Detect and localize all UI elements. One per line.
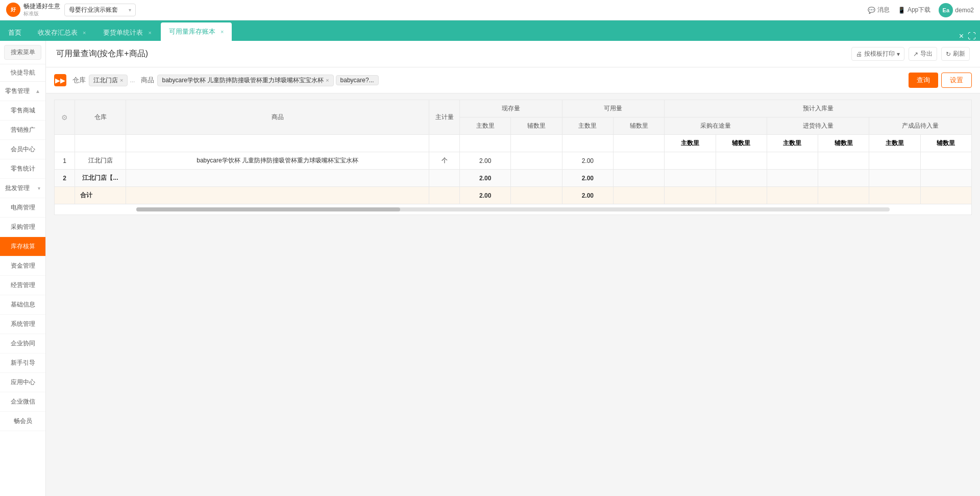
sidebar-item-enterprise-wechat[interactable]: 企业微信 bbox=[0, 392, 45, 412]
search-menu-button[interactable]: 搜索菜单 bbox=[4, 45, 41, 60]
row-stock-main: 2.00 bbox=[460, 152, 511, 170]
user-name: demo2 bbox=[955, 7, 974, 14]
sidebar-item-new-guide[interactable]: 新手引导 bbox=[0, 353, 45, 373]
tab-label: 收发存汇总表 bbox=[38, 28, 78, 37]
sidebar-search-area: 搜索菜单 bbox=[0, 41, 45, 64]
scroll-track[interactable] bbox=[136, 207, 890, 211]
chevron-down-icon: ▾ bbox=[129, 7, 131, 13]
sidebar-item-sys-mgmt[interactable]: 系统管理 bbox=[0, 315, 45, 334]
row-finished-aux bbox=[920, 152, 971, 170]
logo-text: 畅捷通好生意 bbox=[23, 3, 60, 10]
sidebar-item-basic-info[interactable]: 基础信息 bbox=[0, 295, 45, 315]
sidebar-item-retail-stats[interactable]: 零售统计 bbox=[0, 159, 45, 179]
message-icon: 💬 bbox=[868, 7, 875, 14]
sidebar-item-label: 系统管理 bbox=[11, 320, 35, 328]
maximize-button[interactable]: ⛶ bbox=[968, 32, 976, 41]
table-row: 1 江北门店 babycare学饮杯 儿童防摔防撞吸管杯重力球吸嘴杯宝宝水杯 个… bbox=[55, 152, 972, 170]
row-pur-main bbox=[665, 152, 716, 170]
sidebar-item-label: 基础信息 bbox=[11, 300, 35, 309]
sidebar-item-enterprise-collab[interactable]: 企业协同 bbox=[0, 334, 45, 353]
tab-close-icon[interactable]: × bbox=[83, 30, 86, 36]
row-finished-aux bbox=[920, 170, 971, 187]
print-template-button[interactable]: 🖨 按模板打印 ▾ bbox=[851, 47, 904, 61]
page-title: 可用量查询(按仓库+商品) bbox=[56, 49, 148, 59]
tag-close-icon[interactable]: × bbox=[120, 77, 123, 83]
sidebar-item-inventory-check[interactable]: 库存核算 bbox=[0, 237, 45, 256]
sidebar-item-label: 经营管理 bbox=[11, 281, 35, 290]
settings-gear-icon[interactable]: ⚙ bbox=[61, 113, 68, 122]
summary-finished-main bbox=[869, 187, 920, 204]
tab-receive-send[interactable]: 收发存汇总表 × bbox=[30, 25, 94, 41]
query-button[interactable]: 查询 bbox=[909, 73, 938, 88]
sidebar-item-label: 电商管理 bbox=[11, 203, 35, 212]
sidebar-item-retail-mall[interactable]: 零售商城 bbox=[0, 101, 45, 121]
col-unit-sub bbox=[429, 135, 460, 152]
sidebar-item-app-center[interactable]: 应用中心 bbox=[0, 373, 45, 392]
sidebar-item-ecom-mgmt[interactable]: 电商管理 bbox=[0, 198, 45, 218]
logo-sub: 标准版 bbox=[23, 10, 60, 17]
sidebar-item-ops-mgmt[interactable]: 经营管理 bbox=[0, 276, 45, 295]
industry-selector[interactable]: 母婴行业演示账套 ▾ bbox=[64, 4, 136, 16]
sidebar-item-retail-mgmt[interactable]: 零售管理 ▲ bbox=[0, 82, 45, 101]
col-unit-header: 主计量 bbox=[429, 100, 460, 135]
sidebar-item-label: 企业协同 bbox=[11, 339, 35, 348]
row-inbound-main bbox=[767, 170, 818, 187]
col-stock-aux-sub bbox=[511, 135, 562, 152]
filter-toggle-button[interactable]: ▶▶ bbox=[54, 74, 66, 86]
tab-order-stats[interactable]: 要货单统计表 × bbox=[95, 25, 159, 41]
main-layout: 搜索菜单 快捷导航 零售管理 ▲ 零售商城 营销推广 会员中心 零售统计 批发管… bbox=[0, 41, 980, 496]
summary-unit bbox=[429, 187, 460, 204]
col-stock-aux-header: 辅数里 bbox=[511, 117, 562, 135]
tab-home[interactable]: 首页 bbox=[0, 25, 30, 41]
tab-close-icon[interactable]: × bbox=[220, 29, 224, 35]
tab-close-icon[interactable]: × bbox=[148, 30, 151, 36]
quick-nav-button[interactable]: 快捷导航 bbox=[0, 64, 45, 82]
tab-bar: 首页 收发存汇总表 × 要货单统计表 × 可用量库存账本 × × ⛶ bbox=[0, 20, 980, 41]
row-avail-aux bbox=[613, 170, 664, 187]
product-tag-babycare2: babycare?... bbox=[336, 75, 379, 85]
row-finished-main bbox=[869, 170, 920, 187]
tag-text: babycare?... bbox=[340, 77, 374, 84]
sidebar-item-label: 营销推广 bbox=[11, 126, 35, 134]
sidebar-item-vip-member[interactable]: 畅会员 bbox=[0, 412, 45, 431]
app-download-button[interactable]: 📱 App下载 bbox=[898, 6, 930, 14]
message-label: 消息 bbox=[877, 6, 890, 14]
sidebar-item-member-center[interactable]: 会员中心 bbox=[0, 140, 45, 159]
export-icon: ↗ bbox=[913, 51, 918, 58]
page-actions: 🖨 按模板打印 ▾ ↗ 导出 ↻ 刷新 bbox=[851, 47, 970, 61]
col-available-header: 可用量 bbox=[562, 100, 665, 117]
sidebar-item-marketing[interactable]: 营销推广 bbox=[0, 121, 45, 140]
close-all-tabs-button[interactable]: × bbox=[959, 32, 964, 41]
summary-label: 合计 bbox=[75, 187, 126, 204]
scroll-thumb[interactable] bbox=[136, 207, 400, 211]
scrollbar-area bbox=[54, 204, 972, 215]
row-avail-aux bbox=[613, 152, 664, 170]
col-settings-header: ⚙ bbox=[55, 100, 75, 135]
export-label: 导出 bbox=[920, 50, 933, 58]
message-button[interactable]: 💬 消息 bbox=[868, 6, 890, 14]
settings-button[interactable]: 设置 bbox=[941, 73, 972, 88]
table-row: 2 江北门店【... 2.00 2.00 bbox=[55, 170, 972, 187]
logo-area: 好 畅捷通好生意 标准版 bbox=[6, 3, 60, 17]
sidebar-item-finance-mgmt[interactable]: 资金管理 bbox=[0, 256, 45, 276]
sidebar-item-purchase-mgmt[interactable]: 采购管理 bbox=[0, 218, 45, 237]
tag-close-icon[interactable]: × bbox=[326, 77, 329, 83]
summary-product bbox=[126, 187, 429, 204]
more-filters-button[interactable]: ... bbox=[130, 77, 135, 84]
tab-available-stock[interactable]: 可用量库存账本 × bbox=[161, 22, 232, 41]
col-inbound-header: 进货待入量 bbox=[767, 117, 869, 135]
sidebar-item-wholesale-mgmt[interactable]: 批发管理 ▾ bbox=[0, 179, 45, 198]
row-inbound-aux bbox=[818, 170, 869, 187]
row-finished-main bbox=[869, 152, 920, 170]
col-stock-main-sub bbox=[460, 135, 511, 152]
row-warehouse: 江北门店 bbox=[75, 152, 126, 170]
sidebar-item-label: 畅会员 bbox=[14, 417, 32, 426]
sidebar: 搜索菜单 快捷导航 零售管理 ▲ 零售商城 营销推广 会员中心 零售统计 批发管… bbox=[0, 41, 46, 496]
user-area[interactable]: Ea demo2 bbox=[939, 3, 974, 17]
row-avail-main: 2.00 bbox=[562, 152, 613, 170]
sidebar-item-label: 零售管理 bbox=[5, 87, 30, 96]
sidebar-item-label: 新手引导 bbox=[11, 359, 35, 367]
summary-empty bbox=[55, 187, 75, 204]
refresh-button[interactable]: ↻ 刷新 bbox=[941, 47, 970, 61]
export-button[interactable]: ↗ 导出 bbox=[909, 47, 937, 61]
